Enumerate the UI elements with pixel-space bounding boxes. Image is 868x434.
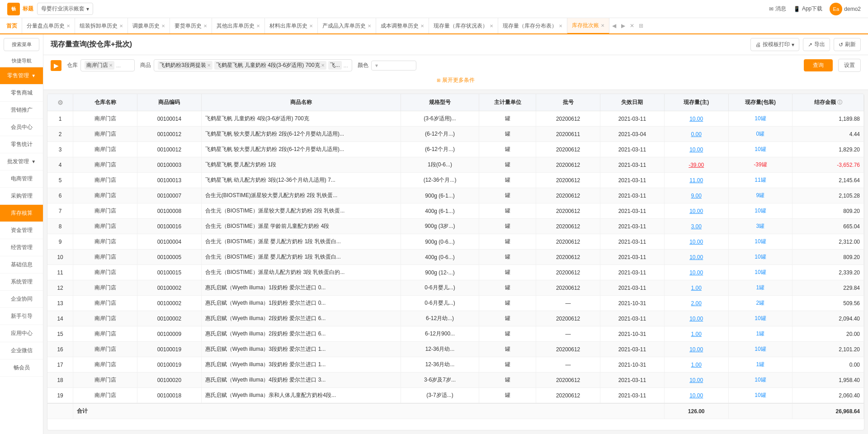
tab-next-btn[interactable]: ▶ — [618, 18, 627, 34]
tab-stock-status-close-icon[interactable]: ✕ — [490, 24, 493, 28]
cell-unit: 罐 — [479, 326, 536, 342]
tab-stock-status[interactable]: 现存量（库存状况表） ✕ — [429, 18, 498, 34]
cell-stock-main[interactable]: 10.00 — [664, 373, 728, 388]
gear-icon[interactable]: ⚙ — [57, 99, 63, 106]
cell-stock-main[interactable]: 10.00 — [664, 265, 728, 280]
tab-requisition-close-icon[interactable]: ✕ — [203, 24, 207, 28]
color-filter-group: 颜色 ▾ — [358, 61, 416, 71]
export-btn[interactable]: ↗ 导出 — [803, 38, 830, 51]
warehouse-tag-close-icon[interactable]: ✕ — [109, 63, 113, 68]
cell-stock-main[interactable]: 10.00 — [664, 234, 728, 250]
cell-stock-main[interactable]: 9.00 — [664, 188, 728, 203]
sidebar-item-member[interactable]: 会员中心 — [0, 119, 43, 136]
cell-stock-main[interactable]: 3.00 — [664, 219, 728, 234]
tab-cost-adjust-close-icon[interactable]: ✕ — [420, 24, 424, 28]
filter-area: ▶ 仓库 南岸门店 ✕ ... 商品 飞鹤奶粉3段 — [43, 55, 868, 90]
cell-stock-main[interactable]: 0.00 — [664, 127, 728, 142]
amount-info-icon[interactable]: ⓘ — [837, 99, 842, 105]
cell-stock-main[interactable]: 10.00 — [664, 142, 728, 157]
sidebar-item-retail[interactable]: 零售管理 ▼ — [0, 67, 43, 85]
cell-amount: 2,105.28 — [793, 188, 864, 203]
cell-stock-main[interactable]: 1.00 — [664, 326, 728, 342]
tab-mix[interactable]: 调拨单历史 ✕ — [128, 18, 170, 34]
cell-name: 惠氏启赋（Wyeth illuma）3段奶粉 爱尔兰进口 1... — [201, 357, 401, 373]
tab-close-all-btn[interactable]: ✕ — [627, 18, 637, 34]
sidebar-item-basic[interactable]: 基础信息 — [0, 256, 43, 274]
tab-other-out-close-icon[interactable]: ✕ — [256, 24, 260, 28]
sidebar-item-inventory[interactable]: 库存核算 — [0, 205, 43, 222]
product-filter-group: 商品 飞鹤奶粉3段两提装 ✕ 飞鹤星飞帆 儿童奶粉 4段(3-6岁适用) 700… — [140, 59, 352, 71]
cell-stock-main[interactable]: 1.00 — [664, 357, 728, 373]
sidebar-item-marketing[interactable]: 营销推广 — [0, 102, 43, 119]
cell-warehouse: 南岸门店 — [73, 219, 137, 234]
tab-requisition[interactable]: 要货单历史 ✕ — [170, 18, 212, 34]
expand-filter-btn[interactable]: ▶ — [51, 60, 61, 71]
tab-batch-account-close-icon[interactable]: ✕ — [601, 23, 604, 28]
tab-product-in-close-icon[interactable]: ✕ — [368, 24, 371, 28]
sidebar-item-system[interactable]: 系统管理 — [0, 274, 43, 291]
product-filter-input[interactable]: 飞鹤奶粉3段两提装 ✕ 飞鹤星飞帆 儿童奶粉 4段(3-6岁适用) 700克 ✕… — [154, 59, 352, 71]
sidebar-item-enterprise[interactable]: 企业协同 — [0, 291, 43, 308]
sidebar-item-membership[interactable]: 畅会员 — [0, 359, 43, 377]
th-stock-main: 现存量(主) — [664, 94, 728, 111]
cell-stock-main[interactable]: 10.00 — [664, 388, 728, 404]
tab-menu-btn[interactable]: ⊞ — [637, 18, 646, 34]
sidebar-item-guide[interactable]: 新手引导 — [0, 308, 43, 325]
tab-other-out[interactable]: 其他出库单历史 ✕ — [212, 18, 265, 34]
cell-stock-main[interactable]: 10.00 — [664, 250, 728, 265]
query-btn[interactable]: 查询 — [804, 59, 833, 71]
cell-stock-main[interactable]: 10.00 — [664, 111, 728, 127]
cell-stock-main[interactable]: 11.00 — [664, 173, 728, 188]
print-btn[interactable]: 🖨 按模板打印 ▾ — [750, 38, 799, 51]
tab-split[interactable]: 分量盘点单历史 ✕ — [22, 18, 75, 34]
cell-stock-main[interactable]: 10.00 — [664, 311, 728, 326]
tab-prev-btn[interactable]: ◀ — [609, 18, 618, 34]
cell-stock-main[interactable]: 2.00 — [664, 296, 728, 311]
sidebar-item-retail-stat[interactable]: 零售统计 — [0, 136, 43, 153]
cell-name: 惠氏启赋（Wyeth illuma）3段奶粉 爱尔兰进口 1... — [201, 342, 401, 357]
cell-batch: 20200612 — [536, 157, 600, 173]
product-tag-1-close-icon[interactable]: ✕ — [207, 63, 211, 68]
sum-row: 合计 126.00 26,968.64 — [47, 403, 864, 419]
tab-cost-adjust[interactable]: 成本调整单历史 ✕ — [376, 18, 429, 34]
expand-more-conditions-btn[interactable]: ⊞ 展开更多条件 — [435, 75, 476, 86]
app-download-btn[interactable]: 📱 App下载 — [793, 5, 822, 13]
cell-expire: 2021-03-11 — [600, 342, 665, 357]
sidebar-item-operation[interactable]: 经营管理 — [0, 239, 43, 256]
sidebar-item-ecommerce[interactable]: 电商管理 — [0, 170, 43, 188]
product-tag-2-close-icon[interactable]: ✕ — [321, 63, 325, 68]
quick-nav-btn[interactable]: 快捷导航 — [0, 55, 43, 67]
th-settings[interactable]: ⚙ — [47, 94, 73, 111]
table-row: 16 南岸门店 00100019 惠氏启赋（Wyeth illuma）3段奶粉 … — [47, 342, 864, 357]
cell-stock-main[interactable]: 10.00 — [664, 342, 728, 357]
tab-split-close-icon[interactable]: ✕ — [66, 24, 70, 28]
tab-stock-dist[interactable]: 现存量（库存分布表） ✕ — [498, 18, 567, 34]
message-btn[interactable]: ✉ 消息 — [769, 5, 786, 13]
tab-stock-dist-close-icon[interactable]: ✕ — [559, 24, 562, 28]
sidebar-item-app-center[interactable]: 应用中心 — [0, 325, 43, 342]
cell-stock-main[interactable]: 10.00 — [664, 203, 728, 219]
search-menu-btn[interactable]: 搜索菜单 — [4, 38, 39, 51]
tab-disassemble[interactable]: 组装拆卸单历史 ✕ — [75, 18, 128, 34]
sidebar-item-finance[interactable]: 资金管理 — [0, 222, 43, 239]
tab-material-out-close-icon[interactable]: ✕ — [309, 24, 313, 28]
tab-disassemble-close-icon[interactable]: ✕ — [119, 24, 123, 28]
tab-home[interactable]: 首页 — [2, 18, 22, 34]
cell-stock-main[interactable]: 1.00 — [664, 280, 728, 296]
tab-product-in[interactable]: 产成品入库单历史 ✕ — [318, 18, 376, 34]
tab-batch-account[interactable]: 库存批次账 ✕ — [567, 18, 609, 34]
cell-unit: 罐 — [479, 173, 536, 188]
sidebar-item-retail-store[interactable]: 零售商城 — [0, 85, 43, 102]
refresh-btn[interactable]: ↺ 刷新 — [834, 38, 861, 51]
tab-material-out[interactable]: 材料出库单历史 ✕ — [265, 18, 318, 34]
color-filter-input[interactable]: ▾ — [371, 61, 416, 71]
settings-btn[interactable]: 设置 — [838, 59, 861, 72]
sidebar-item-purchase[interactable]: 采购管理 — [0, 188, 43, 205]
sidebar-item-corp-wechat[interactable]: 企业微信 — [0, 342, 43, 359]
tab-mix-close-icon[interactable]: ✕ — [161, 24, 165, 28]
sidebar-item-wholesale[interactable]: 批发管理 ▼ — [0, 153, 43, 170]
warehouse-filter-input[interactable]: 南岸门店 ✕ ... — [80, 59, 135, 71]
cell-stock-main[interactable]: -39.00 — [664, 157, 728, 173]
company-dropdown[interactable]: 母婴行业演示账套 ▾ — [37, 3, 93, 15]
user-area[interactable]: Ea demo2 — [830, 3, 861, 15]
